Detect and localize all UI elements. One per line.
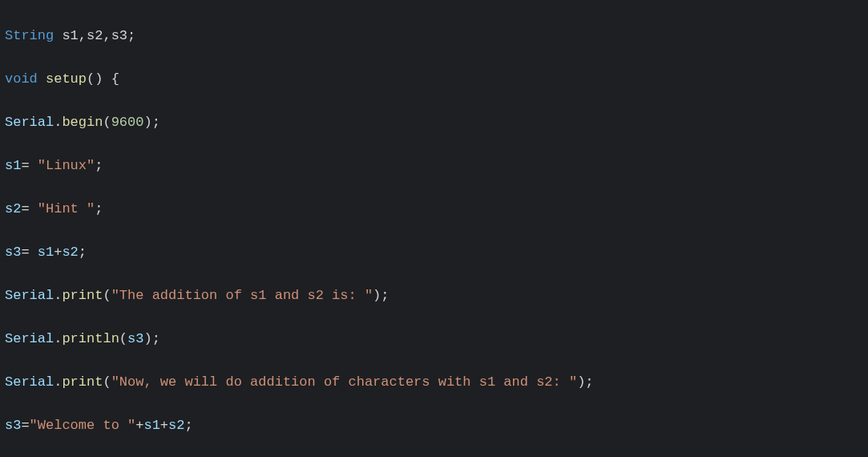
operator: = [21, 418, 29, 433]
variable: s2 [5, 201, 21, 216]
object-serial: Serial [5, 331, 54, 346]
dot: . [54, 331, 62, 346]
paren-close: ); [373, 288, 389, 303]
keyword-void: void [5, 71, 38, 87]
paren-open: ( [119, 331, 127, 346]
code-line[interactable]: Serial.print("The addition of s1 and s2 … [5, 285, 863, 306]
method-print: print [62, 374, 103, 390]
method-print: print [62, 288, 103, 303]
string-literal: "Hint " [38, 201, 95, 216]
code-line[interactable]: s3= s1+s2; [5, 241, 863, 263]
variable: s2 [168, 418, 184, 433]
string-literal: "Now, we will do addition of characters … [111, 374, 578, 390]
code-line[interactable]: Serial.print("Now, we will do addition o… [5, 371, 863, 393]
semicolon: ; [184, 418, 192, 433]
code-line[interactable]: s3="Welcome to "+s1+s2; [5, 415, 863, 436]
variable: s1 [143, 418, 159, 433]
object-serial: Serial [5, 288, 54, 303]
variable: s3 [5, 418, 21, 433]
paren-open: ( [103, 288, 111, 303]
dot: . [54, 374, 62, 390]
code-editor[interactable]: String s1,s2,s3; void setup() { Serial.b… [0, 0, 868, 457]
variable: s3 [5, 245, 21, 260]
semicolon: ; [95, 158, 103, 173]
string-literal: "The addition of s1 and s2 is: " [111, 288, 373, 303]
operator-plus: + [160, 418, 168, 433]
function-name: setup [38, 71, 87, 87]
dot: . [54, 115, 62, 130]
operator-plus: + [54, 245, 62, 260]
code-line[interactable]: s1= "Linux"; [5, 155, 863, 176]
paren-open: ( [103, 374, 111, 390]
var-declaration: s1,s2,s3; [54, 28, 135, 43]
operator-plus: + [135, 418, 143, 433]
variable: s2 [62, 245, 78, 260]
code-line[interactable]: Serial.println(s3); [5, 328, 863, 350]
variable: s1 [5, 158, 21, 173]
code-line[interactable]: s2= "Hint "; [5, 198, 863, 220]
paren-close: ); [143, 115, 159, 130]
variable: s3 [127, 331, 143, 346]
code-line[interactable]: void setup() { [5, 68, 863, 90]
object-serial: Serial [5, 374, 54, 390]
object-serial: Serial [5, 115, 54, 130]
operator: = [21, 201, 37, 216]
keyword-type: String [5, 28, 54, 43]
paren-close: ); [577, 374, 593, 390]
dot: . [54, 288, 62, 303]
punctuation: () { [87, 71, 119, 87]
operator: = [21, 245, 37, 260]
number-literal: 9600 [111, 115, 144, 130]
semicolon: ; [95, 201, 103, 216]
code-line[interactable]: Serial.begin(9600); [5, 111, 863, 133]
method-println: println [62, 331, 119, 346]
variable: s1 [38, 245, 54, 260]
string-literal: "Linux" [38, 158, 95, 173]
semicolon: ; [79, 245, 87, 260]
method-begin: begin [62, 115, 103, 130]
paren-open: ( [103, 115, 111, 130]
paren-close: ); [143, 331, 159, 346]
string-literal: "Welcome to " [30, 418, 136, 433]
operator: = [21, 158, 37, 173]
code-line[interactable]: String s1,s2,s3; [5, 25, 863, 47]
